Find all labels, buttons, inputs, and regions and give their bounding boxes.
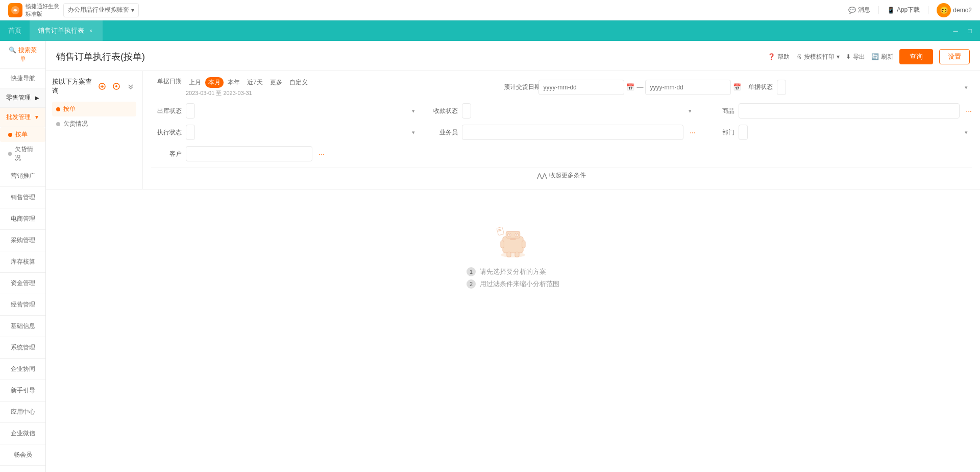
- sidebar-item-ecommerce[interactable]: 电商管理: [0, 208, 45, 230]
- date-tab-current-year[interactable]: 本年: [225, 77, 243, 88]
- delivery-status-select[interactable]: [186, 103, 195, 119]
- sidebar-quick-nav[interactable]: 快捷导航: [0, 69, 45, 88]
- date-range-wrapper: 📅 — 📅: [538, 80, 741, 95]
- scheme-order-item[interactable]: 按单: [52, 102, 136, 116]
- sidebar-ecommerce-label: 电商管理: [11, 215, 35, 222]
- inactive-scheme-dot: [56, 122, 60, 126]
- page-actions: ❓ 帮助 🖨 按模板打印 ▾ ⬇ 导出 🔄 刷新: [768, 49, 970, 64]
- sidebar-search-label: 搜索菜单: [18, 46, 37, 62]
- app-download-action[interactable]: 📱 App下载: [887, 6, 920, 14]
- scheme-debt-label: 欠货情况: [63, 120, 88, 128]
- customer-more-icon[interactable]: ···: [318, 150, 325, 158]
- tab-sales-label: 销售订单执行表: [38, 26, 84, 35]
- sidebar-item-operations[interactable]: 经营管理: [0, 294, 45, 316]
- product-input[interactable]: [739, 103, 960, 119]
- tab-close-icon[interactable]: ×: [87, 27, 94, 34]
- sidebar-item-onboarding[interactable]: 新手引导: [0, 380, 45, 402]
- refresh-button[interactable]: 🔄 刷新: [871, 53, 893, 61]
- order-status-select[interactable]: [777, 80, 786, 95]
- settings-button[interactable]: 设置: [939, 49, 970, 64]
- edit-scheme-button[interactable]: [111, 81, 122, 92]
- logo-text: 畅捷通好生意 标准版: [26, 3, 59, 17]
- calendar-start-icon[interactable]: 📅: [626, 83, 634, 91]
- sidebar-inventory-label: 库存核算: [11, 258, 35, 265]
- export-icon: ⬇: [846, 53, 851, 60]
- payment-status-select[interactable]: [462, 103, 471, 119]
- salesperson-input[interactable]: [462, 125, 683, 140]
- order-date-label: 单据日期: [151, 77, 182, 86]
- payment-status-label: 收款状态: [427, 107, 458, 115]
- sidebar-sub-item-order[interactable]: 按单: [0, 127, 45, 142]
- delivery-date-end[interactable]: [645, 80, 731, 95]
- help-label: 帮助: [777, 53, 790, 61]
- sidebar-item-system[interactable]: 系统管理: [0, 337, 45, 359]
- date-range-text: 2023-03-01 至 2023-03-31: [186, 89, 496, 97]
- date-tab-current-month[interactable]: 本月: [205, 77, 224, 88]
- sidebar-search[interactable]: 🔍 搜索菜单: [0, 41, 45, 69]
- customer-input[interactable]: [186, 146, 312, 161]
- query-button[interactable]: 查询: [899, 49, 933, 64]
- product-more-icon[interactable]: ···: [966, 107, 972, 115]
- sidebar-operations-label: 经营管理: [11, 301, 35, 308]
- scheme-order-label: 按单: [63, 105, 76, 113]
- user-action[interactable]: 😊 demo2: [937, 3, 972, 17]
- scheme-debt-item[interactable]: 欠货情况: [52, 116, 136, 131]
- filter-department: 部门: [704, 125, 972, 140]
- empty-tip-2: 2 用过滤条件来缩小分析范围: [467, 279, 559, 289]
- sidebar-item-marketing[interactable]: 营销推广: [0, 166, 45, 187]
- svg-rect-15: [497, 227, 504, 235]
- tab-home-label: 首页: [8, 26, 21, 35]
- page-header: 销售订单执行表(按单) ❓ 帮助 🖨 按模板打印 ▾ ⬇ 导出: [46, 41, 980, 71]
- date-tab-more[interactable]: 更多: [267, 77, 285, 88]
- empty-tip-1: 1 请先选择要分析的方案: [467, 267, 559, 276]
- phone-icon: 📱: [887, 7, 895, 14]
- template-print-button[interactable]: 🖨 按模板打印 ▾: [796, 53, 840, 61]
- sidebar-sub-item-debt[interactable]: 欠货情况: [0, 142, 45, 166]
- date-tab-last-month[interactable]: 上月: [186, 77, 204, 88]
- sidebar-item-basic-info[interactable]: 基础信息: [0, 316, 45, 337]
- sidebar-item-purchase[interactable]: 采购管理: [0, 230, 45, 251]
- sidebar-item-enterprise-wechat[interactable]: 企业微信: [0, 423, 45, 444]
- tab-maximize-btn[interactable]: □: [964, 25, 976, 37]
- sidebar-enterprise-label: 企业协同: [11, 365, 35, 372]
- delivery-status-label: 出库状态: [151, 107, 182, 115]
- sidebar-sub-debt-label: 欠货情况: [15, 145, 37, 162]
- delivery-date-start[interactable]: [538, 80, 624, 95]
- sidebar-item-enterprise[interactable]: 企业协同: [0, 359, 45, 380]
- filter-right: 单据日期 上月 本月 本年 近7天 更多 自定义 20: [143, 71, 980, 189]
- sidebar-appcenter-label: 应用中心: [11, 408, 35, 415]
- exec-status-wrapper: [186, 125, 419, 140]
- salesperson-label: 业务员: [427, 128, 458, 137]
- date-tab-7days[interactable]: 近7天: [244, 77, 266, 88]
- calendar-end-icon[interactable]: 📅: [733, 83, 741, 91]
- suite-dropdown[interactable]: 办公用品行业模拟账套 ▾: [63, 3, 139, 17]
- salesperson-more-icon[interactable]: ···: [690, 128, 696, 136]
- sidebar-item-wholesale-mgmt[interactable]: 批发管理 ▼: [0, 108, 45, 127]
- export-button[interactable]: ⬇ 导出: [846, 53, 865, 61]
- sidebar-item-sales-mgmt[interactable]: 销售管理: [0, 187, 45, 208]
- collapse-filter-btn[interactable]: ⋀⋀ 收起更多条件: [151, 168, 972, 183]
- help-button[interactable]: ❓ 帮助: [768, 53, 790, 61]
- tab-minimize-btn[interactable]: ─: [949, 25, 962, 37]
- empty-state: 1 请先选择要分析的方案 2 用过滤条件来缩小分析范围: [46, 190, 980, 319]
- collapse-scheme-button[interactable]: [125, 81, 136, 92]
- department-select[interactable]: [739, 125, 748, 140]
- help-icon: ❓: [768, 53, 775, 60]
- date-tab-custom[interactable]: 自定义: [286, 77, 311, 88]
- sidebar-item-member[interactable]: 畅会员: [0, 444, 45, 466]
- tip1-num: 1: [467, 267, 476, 276]
- refresh-icon: 🔄: [871, 53, 879, 60]
- message-action[interactable]: 💬 消息: [848, 6, 870, 14]
- tab-sales-order-exec[interactable]: 销售订单执行表 ×: [30, 20, 103, 41]
- sidebar-item-retail-mgmt[interactable]: 零售管理 ▶: [0, 88, 45, 108]
- tab-home[interactable]: 首页: [0, 20, 30, 41]
- add-scheme-button[interactable]: [96, 81, 108, 92]
- sidebar-onboarding-label: 新手引导: [11, 387, 35, 394]
- sidebar-item-app-center[interactable]: 应用中心: [0, 402, 45, 423]
- page-content: 销售订单执行表(按单) ❓ 帮助 🖨 按模板打印 ▾ ⬇ 导出: [46, 41, 980, 472]
- filter-expected-delivery: 预计交货日期 📅 — 📅: [504, 80, 733, 95]
- sidebar-item-inventory[interactable]: 库存核算: [0, 251, 45, 273]
- app-download-label: App下载: [897, 6, 920, 14]
- exec-status-select[interactable]: [186, 125, 195, 140]
- sidebar-item-finance[interactable]: 资金管理: [0, 273, 45, 294]
